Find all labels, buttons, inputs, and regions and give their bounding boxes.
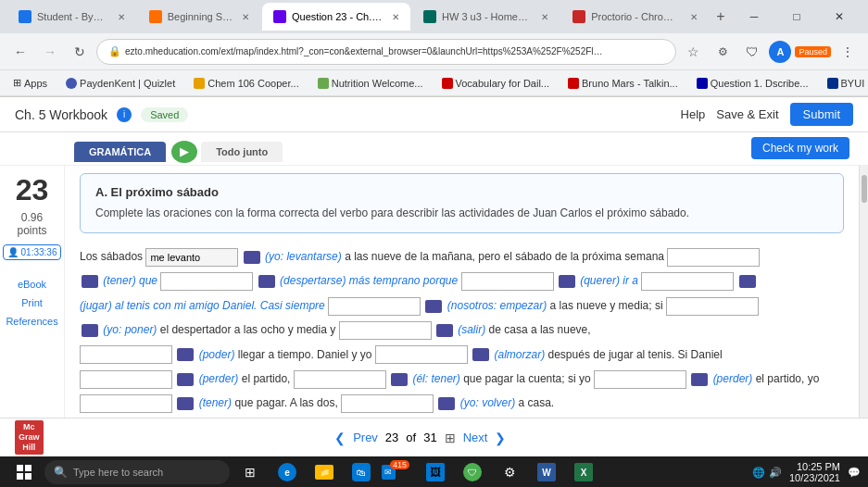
audio-btn-11[interactable] [177, 373, 194, 386]
menu-icon[interactable]: ⋮ [835, 39, 861, 65]
audio-btn-2[interactable] [82, 275, 98, 288]
info-icon[interactable]: i [117, 107, 132, 122]
input-15[interactable] [341, 394, 434, 413]
ebook-link[interactable]: eBook [18, 279, 46, 290]
input-12[interactable] [294, 370, 386, 389]
input-2[interactable] [667, 248, 760, 267]
scroll-thumb[interactable] [862, 175, 867, 203]
prev-button[interactable]: Prev [353, 431, 378, 444]
left-sidebar: 23 0.96 points 👤 01:33:36 eBook Print Re… [0, 166, 65, 418]
next-button[interactable]: Next [463, 431, 488, 444]
tab-2-close[interactable]: ✕ [242, 12, 249, 22]
tab-gramatica[interactable]: GRAMÁTICA [74, 142, 166, 162]
tab-bar: Student - Byu.MyByui ✕ Beginning Spanish… [0, 0, 868, 33]
audio-btn-1[interactable] [244, 251, 260, 264]
close-button[interactable]: ✕ [818, 0, 861, 33]
tab-4-close[interactable]: ✕ [541, 12, 548, 22]
check-my-work-button[interactable]: Check my work [751, 137, 849, 159]
taskbar-mail-icon[interactable]: ✉ 415 [382, 456, 415, 487]
audio-btn-9[interactable] [177, 348, 194, 361]
forward-button[interactable]: → [37, 39, 63, 65]
print-link[interactable]: Print [21, 297, 43, 308]
bookmark-byui[interactable]: BYUI BIO181 Unit 1... [822, 76, 868, 91]
notification-icon[interactable]: 💬 [848, 467, 861, 479]
taskbar-file-explorer-icon[interactable]: 📁 [308, 456, 341, 487]
taskbar-clock[interactable]: 10:25 PM 10/23/2021 [789, 461, 840, 483]
back-button[interactable]: ← [7, 39, 33, 65]
shield-icon[interactable]: 🛡 [739, 39, 765, 65]
quizlet-icon [66, 78, 77, 89]
input-9[interactable] [80, 345, 172, 364]
input-1[interactable] [145, 248, 238, 267]
bookmark-chem[interactable]: Chem 106 Cooper... [188, 76, 304, 91]
tab-3-close[interactable]: ✕ [392, 12, 399, 22]
tab-1-close[interactable]: ✕ [118, 12, 125, 22]
input-11[interactable] [80, 370, 172, 389]
bookmark-apps[interactable]: ⊞ Apps [7, 75, 53, 91]
audio-btn-13[interactable] [691, 373, 708, 386]
input-5[interactable] [641, 272, 734, 291]
input-7[interactable] [666, 297, 759, 316]
taskbar-excel-icon[interactable]: X [567, 456, 600, 487]
vocab-icon [442, 78, 453, 89]
bookmark-icon[interactable]: ☆ [680, 39, 706, 65]
tab-todo[interactable]: Todo junto [201, 142, 283, 162]
windows-start-button[interactable] [7, 456, 41, 487]
audio-btn-12[interactable] [391, 373, 408, 386]
save-exit-button[interactable]: Save & Exit [716, 107, 778, 121]
tab-3[interactable]: Question 23 - Ch. 5 Work... ✕ [262, 3, 410, 31]
references-link[interactable]: References [6, 316, 57, 327]
system-tray[interactable]: 🌐 🔊 [752, 467, 782, 479]
taskbar-security-icon[interactable]: 🛡 [456, 456, 489, 487]
extensions-icon[interactable]: ⚙ [710, 39, 736, 65]
audio-btn-7[interactable] [82, 324, 98, 337]
tab-5-close[interactable]: ✕ [690, 12, 698, 22]
input-13[interactable] [594, 370, 686, 389]
reload-button[interactable]: ↻ [67, 39, 93, 65]
tab-2[interactable]: Beginning Spanish I ✕ [138, 3, 260, 31]
input-14[interactable] [80, 394, 172, 413]
audio-btn-4[interactable] [559, 275, 575, 288]
tab-4[interactable]: HW 3 u3 - Homework Cri... ✕ [412, 3, 560, 31]
taskbar-photos-icon[interactable]: 🖼 [419, 456, 452, 487]
audio-icon[interactable]: ▶ [171, 141, 197, 163]
bookmark-question[interactable]: Question 1. Dscribe... [691, 76, 814, 91]
submit-button[interactable]: Submit [790, 103, 853, 126]
input-6[interactable] [328, 297, 421, 316]
taskbar-edge-icon[interactable]: e [270, 456, 304, 487]
bookmark-bruno[interactable]: Bruno Mars - Talkin... [562, 76, 684, 91]
taskbar-store-icon[interactable]: 🛍 [345, 456, 378, 487]
tab-1[interactable]: Student - Byu.MyByui ✕ [7, 3, 136, 31]
taskbar-word-icon[interactable]: W [530, 456, 563, 487]
maximize-button[interactable]: □ [775, 0, 818, 33]
bookmark-vocab[interactable]: Vocabulary for Dail... [436, 76, 556, 91]
new-tab-button[interactable]: + [711, 4, 731, 30]
paused-badge[interactable]: Paused [795, 46, 831, 57]
audio-btn-10[interactable] [472, 348, 489, 361]
help-button[interactable]: Help [681, 107, 706, 121]
input-4[interactable] [461, 272, 554, 291]
audio-btn-15[interactable] [438, 397, 455, 410]
audio-btn-3[interactable] [258, 275, 275, 288]
exercise-box: A. El próximo sábado Complete las oracio… [80, 173, 844, 233]
bookmark-nutrition[interactable]: Nutrition Welcome... [312, 76, 429, 91]
next-arrow[interactable]: ❯ [495, 431, 506, 445]
taskbar-settings-icon[interactable]: ⚙ [493, 456, 526, 487]
audio-btn-8[interactable] [436, 324, 453, 337]
minimize-button[interactable]: ─ [733, 0, 775, 33]
page-grid-icon[interactable]: ⊞ [445, 431, 456, 445]
tab-5[interactable]: Proctorio - Chrome Web ... ✕ [561, 3, 709, 31]
input-8[interactable] [339, 321, 432, 340]
audio-btn-14[interactable] [177, 397, 194, 410]
address-bar[interactable]: 🔒 ezto.mheducation.com/ext/map/index.htm… [96, 39, 676, 65]
input-3[interactable] [160, 272, 253, 291]
prev-arrow[interactable]: ❮ [334, 431, 346, 445]
scroll-track[interactable] [859, 166, 868, 418]
audio-btn-6[interactable] [425, 300, 442, 313]
bookmark-quizlet[interactable]: PaydenKent | Quizlet [60, 76, 181, 91]
input-10[interactable] [375, 345, 468, 364]
task-view-button[interactable]: ⊞ [233, 456, 267, 487]
profile-button[interactable]: A [769, 41, 791, 63]
audio-btn-5[interactable] [739, 275, 756, 288]
taskbar-search[interactable]: 🔍 Type here to search [44, 460, 230, 484]
